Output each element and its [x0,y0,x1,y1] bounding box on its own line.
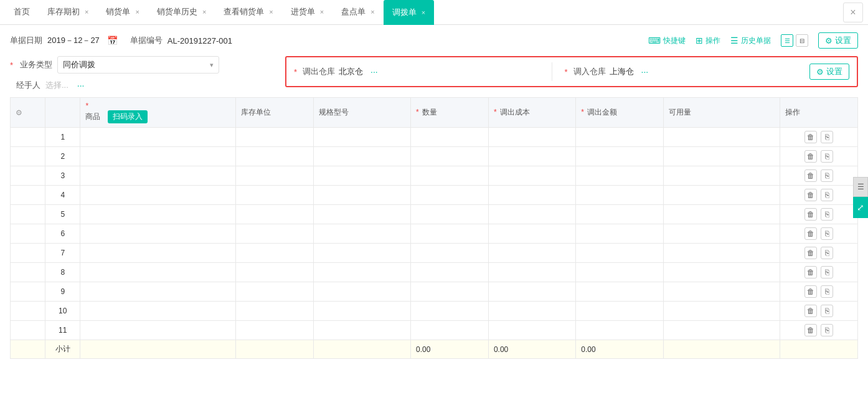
copy-row-button[interactable]: ⎘ [821,324,833,336]
close-view-sales[interactable]: × [269,8,273,16]
float-expand-button[interactable]: ⤢ [853,197,868,218]
row-qty-cell[interactable] [411,263,489,282]
row-product-cell[interactable] [80,166,236,186]
row-product-cell[interactable] [80,263,236,282]
row-unit-cell[interactable] [236,128,314,147]
operation-button[interactable]: ⊞ 操作 [696,36,720,46]
row-amount-cell[interactable] [576,302,663,321]
row-product-cell[interactable] [80,205,236,224]
row-unit-cell[interactable] [236,205,314,224]
row-amount-cell[interactable] [576,244,663,263]
warehouse-settings-button[interactable]: ⚙ 设置 [809,64,849,80]
row-unit-cell[interactable] [236,186,314,205]
close-sales-history[interactable]: × [202,8,206,16]
row-spec-cell[interactable] [313,186,410,205]
delete-row-button[interactable]: 🗑 [804,227,817,240]
close-inventory-init[interactable]: × [85,8,88,16]
row-product-cell[interactable] [80,282,236,302]
row-qty-cell[interactable] [411,321,489,340]
row-unit-cell[interactable] [236,166,314,186]
row-product-cell[interactable] [80,302,236,321]
copy-row-button[interactable]: ⎘ [821,285,833,298]
row-cost-cell[interactable] [488,244,575,263]
close-window-button[interactable]: × [843,2,863,22]
row-unit-cell[interactable] [236,302,314,321]
row-spec-cell[interactable] [313,244,410,263]
delete-row-button[interactable]: 🗑 [804,150,817,163]
delete-row-button[interactable]: 🗑 [804,169,817,182]
row-product-cell[interactable] [80,186,236,205]
row-qty-cell[interactable] [411,186,489,205]
row-unit-cell[interactable] [236,282,314,302]
row-product-cell[interactable] [80,244,236,263]
copy-row-button[interactable]: ⎘ [821,305,833,317]
row-spec-cell[interactable] [313,282,410,302]
tab-sales-order[interactable]: 销货单 × [97,0,148,25]
copy-row-button[interactable]: ⎘ [821,247,833,259]
row-amount-cell[interactable] [576,147,663,166]
row-spec-cell[interactable] [313,128,410,147]
row-product-cell[interactable] [80,321,236,340]
row-qty-cell[interactable] [411,166,489,186]
row-amount-cell[interactable] [576,224,663,244]
copy-row-button[interactable]: ⎘ [821,227,833,240]
row-qty-cell[interactable] [411,244,489,263]
row-spec-cell[interactable] [313,147,410,166]
delete-row-button[interactable]: 🗑 [804,189,817,201]
person-more-button[interactable]: ··· [77,80,85,90]
row-product-cell[interactable] [80,224,236,244]
row-cost-cell[interactable] [488,166,575,186]
tab-purchase-order[interactable]: 进货单 × [282,0,333,25]
row-unit-cell[interactable] [236,263,314,282]
row-amount-cell[interactable] [576,205,663,224]
float-list-button[interactable]: ☰ [853,177,868,197]
out-warehouse-more-button[interactable]: ··· [370,67,378,77]
copy-row-button[interactable]: ⎘ [821,208,833,221]
close-purchase-order[interactable]: × [320,8,324,16]
copy-row-button[interactable]: ⎘ [821,266,833,278]
row-cost-cell[interactable] [488,128,575,147]
row-cost-cell[interactable] [488,147,575,166]
tab-inventory-check[interactable]: 盘点单 × [333,0,383,25]
close-sales-order[interactable]: × [135,8,139,16]
row-amount-cell[interactable] [576,282,663,302]
delete-row-button[interactable]: 🗑 [804,266,817,278]
delete-row-button[interactable]: 🗑 [804,208,817,221]
row-spec-cell[interactable] [313,321,410,340]
row-cost-cell[interactable] [488,224,575,244]
row-unit-cell[interactable] [236,321,314,340]
delete-row-button[interactable]: 🗑 [804,131,817,143]
copy-row-button[interactable]: ⎘ [821,189,833,201]
delete-row-button[interactable]: 🗑 [804,324,817,336]
row-qty-cell[interactable] [411,128,489,147]
row-amount-cell[interactable] [576,321,663,340]
row-qty-cell[interactable] [411,282,489,302]
tab-transfer-order[interactable]: 调拨单 × [384,0,434,25]
close-transfer-order[interactable]: × [422,9,425,16]
row-unit-cell[interactable] [236,147,314,166]
layout-rows-icon[interactable]: ☰ [781,34,793,47]
row-spec-cell[interactable] [313,263,410,282]
row-cost-cell[interactable] [488,302,575,321]
row-qty-cell[interactable] [411,302,489,321]
row-product-cell[interactable] [80,128,236,147]
tab-sales-history[interactable]: 销货单历史 × [148,0,215,25]
row-unit-cell[interactable] [236,244,314,263]
row-cost-cell[interactable] [488,186,575,205]
table-gear-icon[interactable]: ⚙ [16,108,22,117]
row-product-cell[interactable] [80,147,236,166]
row-cost-cell[interactable] [488,282,575,302]
row-qty-cell[interactable] [411,147,489,166]
row-qty-cell[interactable] [411,205,489,224]
row-cost-cell[interactable] [488,205,575,224]
close-inventory-check[interactable]: × [370,8,374,16]
delete-row-button[interactable]: 🗑 [804,305,817,317]
shortcut-key-button[interactable]: ⌨ 快捷键 [648,36,686,46]
person-select[interactable]: 选择... [45,80,68,91]
in-warehouse-more-button[interactable]: ··· [641,67,649,77]
row-amount-cell[interactable] [576,128,663,147]
row-cost-cell[interactable] [488,263,575,282]
row-spec-cell[interactable] [313,302,410,321]
history-doc-button[interactable]: ☰ 历史单据 [730,36,771,46]
row-spec-cell[interactable] [313,224,410,244]
